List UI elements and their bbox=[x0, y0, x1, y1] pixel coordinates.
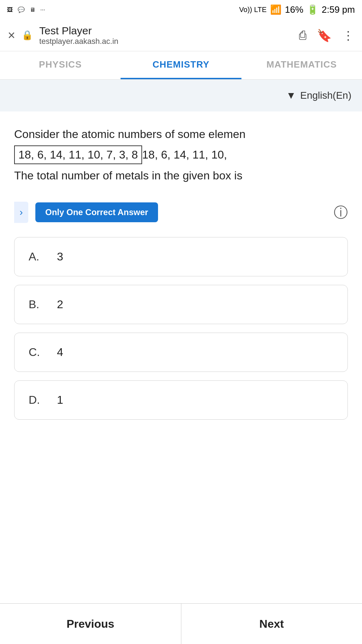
browser-actions: ⎙ 🔖 ⋮ bbox=[299, 28, 354, 42]
browser-left: × 🔒 Test Player testplayer.aakash.ac.in bbox=[8, 25, 118, 46]
more-icon: ··· bbox=[40, 7, 45, 13]
site-title: Test Player bbox=[39, 25, 118, 37]
chat-icon: 💬 bbox=[18, 6, 25, 13]
subject-tabs: PHYSICS CHEMISTRY MATHEMATICS bbox=[0, 51, 362, 80]
question-area: Consider the atomic numbers of some elem… bbox=[0, 111, 362, 191]
image-icon: 🖼 bbox=[7, 7, 13, 13]
option-b-label: B. bbox=[29, 298, 46, 311]
option-a[interactable]: A. 3 bbox=[14, 237, 348, 276]
status-bar-right: Vo)) LTE 📶 16% 🔋 2:59 pm bbox=[239, 4, 355, 15]
option-c[interactable]: C. 4 bbox=[14, 333, 348, 372]
browser-bar: × 🔒 Test Player testplayer.aakash.ac.in … bbox=[0, 19, 362, 51]
previous-button[interactable]: Previous bbox=[0, 604, 181, 644]
tab-physics[interactable]: PHYSICS bbox=[0, 51, 121, 79]
menu-icon[interactable]: ⋮ bbox=[342, 28, 354, 42]
chevron-down-icon: ▼ bbox=[286, 90, 296, 101]
info-icon[interactable]: ⓘ bbox=[334, 203, 348, 222]
next-button[interactable]: Next bbox=[181, 604, 362, 644]
question-overflow: 18, 6, 14, 11, 10, bbox=[142, 148, 227, 161]
option-a-label: A. bbox=[29, 250, 46, 263]
option-d[interactable]: D. 1 bbox=[14, 380, 348, 420]
lte-icon: Vo)) LTE bbox=[239, 6, 267, 14]
display-icon: 🖥 bbox=[30, 7, 35, 13]
question-box: 18, 6, 14, 11, 10, 7, 3, 8 bbox=[14, 145, 142, 164]
lock-icon: 🔒 bbox=[22, 30, 33, 41]
battery-level: 16% bbox=[285, 4, 303, 15]
option-b-value: 2 bbox=[57, 298, 63, 311]
option-b[interactable]: B. 2 bbox=[14, 285, 348, 324]
option-c-label: C. bbox=[29, 346, 46, 359]
question-box-row: 18, 6, 14, 11, 10, 7, 3, 8 18, 6, 14, 11… bbox=[14, 145, 348, 164]
options-area: A. 3 B. 2 C. 4 D. 1 bbox=[0, 230, 362, 427]
language-label: English(En) bbox=[300, 90, 351, 101]
option-d-label: D. bbox=[29, 393, 46, 407]
question-line3: The total number of metals in the given … bbox=[14, 167, 348, 184]
tab-chemistry[interactable]: CHEMISTRY bbox=[121, 51, 241, 79]
share-icon[interactable]: ⎙ bbox=[299, 28, 306, 42]
option-c-value: 4 bbox=[57, 346, 63, 359]
tab-mathematics[interactable]: MATHEMATICS bbox=[241, 51, 362, 79]
answer-type-row: › Only One Correct Answer ⓘ bbox=[0, 191, 362, 230]
close-button[interactable]: × bbox=[8, 28, 15, 43]
option-a-value: 3 bbox=[57, 250, 63, 263]
language-bar: ▼ English(En) bbox=[0, 80, 362, 111]
site-url: testplayer.aakash.ac.in bbox=[39, 37, 118, 46]
nav-buttons: Previous Next bbox=[0, 603, 362, 644]
status-bar-left: 🖼 💬 🖥 ··· bbox=[7, 6, 45, 13]
bookmark-icon[interactable]: 🔖 bbox=[317, 28, 332, 42]
option-d-value: 1 bbox=[57, 393, 63, 407]
browser-title: Test Player testplayer.aakash.ac.in bbox=[39, 25, 118, 46]
clock: 2:59 pm bbox=[322, 4, 355, 15]
battery-icon: 🔋 bbox=[307, 4, 318, 15]
answer-type-badge: Only One Correct Answer bbox=[35, 202, 158, 222]
left-arrow-icon[interactable]: › bbox=[14, 202, 28, 223]
question-line1: Consider the atomic numbers of some elem… bbox=[14, 126, 348, 143]
language-selector[interactable]: ▼ English(En) bbox=[286, 90, 351, 101]
status-bar: 🖼 💬 🖥 ··· Vo)) LTE 📶 16% 🔋 2:59 pm bbox=[0, 0, 362, 19]
wifi-icon: 📶 bbox=[270, 4, 281, 15]
